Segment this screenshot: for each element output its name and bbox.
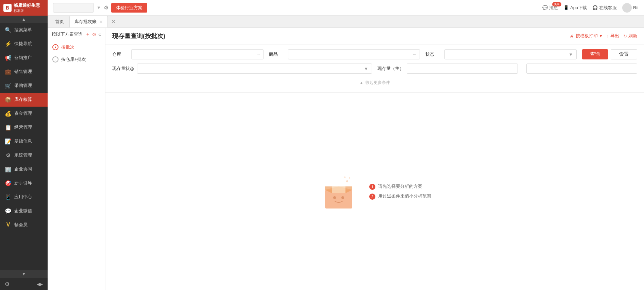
- sidebar-item-quick-nav[interactable]: ⚡ 快捷导航: [0, 37, 48, 51]
- empty-hints: 1 请先选择要分析的方案 2 用过滤条件来缩小分析范围: [369, 183, 431, 200]
- inventory-qty-label: 现存量（主）: [377, 66, 404, 72]
- gear-icon[interactable]: ⚙: [104, 4, 108, 11]
- sidebar: B 畅康通好生意 标准版 ▲ 🔍 搜索菜单 ⚡ 快捷导航 📢 营销推广 💼 销售…: [0, 0, 48, 290]
- sidebar-item-operations[interactable]: 📋 经营管理: [0, 121, 48, 134]
- sidebar-item-marketing[interactable]: 📢 营销推广: [0, 51, 48, 65]
- marketing-icon: 📢: [5, 55, 12, 61]
- inventory-qty-range: —: [407, 64, 637, 74]
- sidebar-item-label-marketing: 营销推广: [14, 55, 32, 61]
- warehouse-more-icon[interactable]: ···: [257, 52, 260, 56]
- warehouse-label: 仓库: [112, 51, 129, 57]
- product-more-icon[interactable]: ···: [413, 52, 416, 56]
- scheme-active-icon: ●: [52, 44, 58, 50]
- sidebar-item-inventory[interactable]: 📦 库存核算: [0, 93, 48, 107]
- messages-btn[interactable]: 💬 消息 99+: [542, 5, 558, 11]
- topbar-search-box[interactable]: [53, 3, 94, 13]
- filter-panel: 按以下方案查询 ＋ ⊙ « ● 按批次 ○ 按仓库+批次: [48, 28, 105, 290]
- export-icon: ↑: [607, 34, 609, 39]
- app-download-label: App下载: [570, 5, 587, 11]
- online-service-label: 在线客服: [599, 5, 617, 11]
- printer-icon: 🖨: [570, 34, 574, 39]
- sidebar-item-system[interactable]: ⚙ 系统管理: [0, 148, 48, 162]
- app-download-btn[interactable]: 📱 App下载: [563, 5, 587, 11]
- sidebar-item-vip[interactable]: V 畅会员: [0, 218, 48, 232]
- svg-point-7: [341, 196, 344, 199]
- sidebar-item-app-center[interactable]: 📱 应用中心: [0, 190, 48, 204]
- footer-toggle-icon[interactable]: ◀▶: [37, 282, 43, 287]
- refresh-btn[interactable]: ↻ 刷新: [623, 33, 637, 39]
- tab-batch-account[interactable]: 库存批次账 ✕: [69, 16, 108, 28]
- svg-point-9: [349, 177, 350, 179]
- inventory-status-filter-group: 现存量状态 ▼: [112, 64, 372, 74]
- sidebar-item-search[interactable]: 🔍 搜索菜单: [0, 23, 48, 37]
- sidebar-item-sales[interactable]: 💼 销售管理: [0, 65, 48, 79]
- app-name: 畅康通好生意: [14, 3, 40, 8]
- sidebar-item-label-quick-nav: 快捷导航: [14, 41, 32, 47]
- sidebar-item-enterprise[interactable]: 🏢 企业协同: [0, 162, 48, 176]
- user-avatar-btn[interactable]: Rit: [622, 3, 639, 13]
- hint-text-1: 请先选择要分析的方案: [378, 183, 422, 189]
- svg-marker-4: [332, 186, 339, 193]
- query-header: 现存量查询(按批次) 🖨 按模板打印 ▼ ↑ 导出 ↻ 刷新: [105, 28, 644, 44]
- status-select[interactable]: ▼: [444, 49, 577, 59]
- lightning-icon: ⚡: [5, 41, 12, 47]
- hint-text-2: 用过滤条件来缩小分析范围: [378, 193, 431, 199]
- vip-icon: V: [5, 222, 12, 228]
- finance-icon: 💰: [5, 110, 12, 117]
- scheme-settings-icon[interactable]: ⊙: [92, 32, 96, 37]
- query-button[interactable]: 查询: [582, 49, 608, 59]
- settings-button[interactable]: 设置: [611, 49, 637, 59]
- filter-form: 仓库 ··· 商品 ··· 状态: [105, 44, 644, 93]
- sidebar-item-finance[interactable]: 💰 资金管理: [0, 107, 48, 121]
- sidebar-item-label-sales: 销售管理: [14, 69, 32, 75]
- footer-settings-icon[interactable]: ⚙: [5, 281, 10, 287]
- collapse-panel-icon[interactable]: «: [98, 32, 101, 37]
- status-filter-group: 状态 ▼: [425, 49, 577, 59]
- scheme-item-warehouse-batch[interactable]: ○ 按仓库+批次: [48, 53, 105, 66]
- tabbar: 首页 库存批次账 ✕ ✕: [48, 16, 644, 28]
- svg-point-6: [333, 196, 336, 199]
- app-title-block: 畅康通好生意 标准版: [14, 3, 40, 13]
- filter-row-2: 现存量状态 ▼ 现存量（主） —: [112, 64, 637, 74]
- sidebar-item-label-purchase: 采购管理: [14, 83, 32, 89]
- industry-btn[interactable]: 体验行业方案: [111, 3, 147, 13]
- tab-home[interactable]: 首页: [50, 16, 69, 28]
- sidebar-item-label-vip: 畅会员: [14, 222, 28, 228]
- sidebar-footer: ⚙ ◀▶: [0, 278, 48, 290]
- sidebar-item-basic-info[interactable]: 📝 基础信息: [0, 134, 48, 148]
- dropdown-icon[interactable]: ▼: [97, 5, 101, 10]
- sidebar-nav: 🔍 搜索菜单 ⚡ 快捷导航 📢 营销推广 💼 销售管理 🛒 采购管理 📦 库存核…: [0, 23, 48, 270]
- sidebar-scroll-up[interactable]: ▲: [0, 16, 48, 23]
- collapse-bar[interactable]: ▲ 收起更多条件: [112, 78, 637, 88]
- empty-svg: [318, 171, 359, 212]
- sidebar-item-newbie[interactable]: 🎯 新手引导: [0, 176, 48, 190]
- scheme-warehouse-batch-label: 按仓库+批次: [61, 56, 86, 62]
- filter-panel-header: 按以下方案查询 ＋ ⊙ «: [48, 28, 105, 41]
- app-edition: 标准版: [14, 8, 40, 13]
- print-dropdown-icon[interactable]: ▼: [599, 34, 603, 38]
- warehouse-input[interactable]: ···: [131, 49, 264, 59]
- qty-to-input[interactable]: [526, 64, 638, 74]
- scheme-item-batch[interactable]: ● 按批次: [48, 41, 105, 53]
- add-scheme-icon[interactable]: ＋: [85, 31, 90, 37]
- header-actions: 🖨 按模板打印 ▼ ↑ 导出 ↻ 刷新: [570, 33, 637, 39]
- scheme-inactive-icon: ○: [52, 56, 58, 62]
- sidebar-item-purchase[interactable]: 🛒 采购管理: [0, 79, 48, 93]
- template-print-btn[interactable]: 🖨 按模板打印 ▼: [570, 33, 603, 39]
- filter-panel-icons: ＋ ⊙ «: [85, 31, 101, 37]
- sidebar-item-label-basic-info: 基础信息: [14, 138, 32, 144]
- product-input[interactable]: ···: [288, 49, 420, 59]
- page-close-btn[interactable]: ✕: [111, 18, 116, 25]
- empty-illustration: [318, 171, 359, 212]
- export-btn[interactable]: ↑ 导出: [607, 33, 620, 39]
- sidebar-item-wechat[interactable]: 💬 企业微信: [0, 204, 48, 218]
- online-service-btn[interactable]: 🎧 在线客服: [592, 5, 617, 11]
- topbar: ▼ ⚙ 体验行业方案 💬 消息 99+ 📱 App下载 🎧 在线客服 Rit: [48, 0, 644, 16]
- qty-from-input[interactable]: [407, 64, 518, 74]
- inventory-status-select[interactable]: ▼: [137, 64, 372, 74]
- app-center-icon: 📱: [5, 194, 12, 200]
- tab-close-icon[interactable]: ✕: [99, 19, 103, 24]
- messages-badge: 99+: [552, 2, 561, 6]
- topbar-right: 💬 消息 99+ 📱 App下载 🎧 在线客服 Rit: [542, 3, 639, 13]
- sidebar-scroll-down[interactable]: ▼: [0, 270, 48, 278]
